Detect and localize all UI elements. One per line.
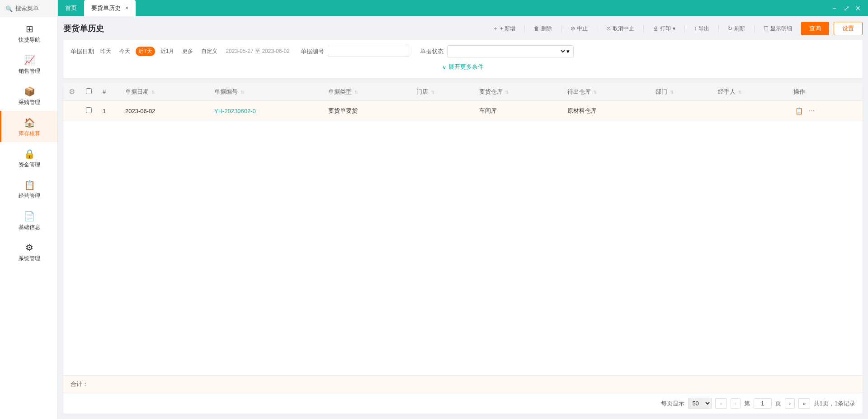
col-settings: ⚙ [63,83,80,101]
stop-button[interactable]: ⊘ 中止 [566,23,592,35]
prev-page-button[interactable]: ‹ [731,398,741,409]
sidebar-item-sales[interactable]: 📈 销售管理 [0,48,57,80]
sidebar-item-quick-nav[interactable]: ⊞ 快捷导航 [0,17,57,48]
divider-1 [524,25,525,32]
column-settings-icon[interactable]: ⚙ [69,88,75,95]
sidebar-item-ops[interactable]: 📋 经营管理 [0,173,57,205]
per-page-select[interactable]: 20 50 100 200 [688,398,712,409]
row-settings [63,101,80,121]
search-menu[interactable]: 🔍 搜索菜单 [0,0,57,17]
expand-icon: ∨ [442,64,447,71]
next-page-button[interactable]: › [785,398,795,409]
window-maximize-icon[interactable]: ⤢ [844,4,849,13]
expand-more-btn[interactable]: ∨ 展开更多条件 [71,61,855,73]
row-more-icon[interactable]: ⋯ [806,105,817,116]
row-pending-warehouse-value: 原材料仓库 [567,107,597,114]
col-store[interactable]: 门店 ⇅ [411,83,474,101]
shortcut-1month[interactable]: 近1月 [158,47,177,56]
sort-pending-warehouse-icon: ⇅ [593,90,597,95]
display-detail-label: 显示明细 [770,25,792,33]
sales-icon: 📈 [24,55,35,66]
tab-bill-history[interactable]: 要货单历史 × [84,0,136,16]
shortcut-today[interactable]: 今天 [117,47,133,56]
bill-no-label: 单据编号 [301,48,324,56]
sidebar-item-purchase[interactable]: 📦 采购管理 [0,80,57,111]
sidebar-item-basic[interactable]: 📄 基础信息 [0,205,57,236]
row-select-checkbox[interactable] [86,107,92,113]
divider-3 [597,25,597,32]
table-header-row: ⚙ # 单据日期 ⇅ [63,83,863,101]
col-dept[interactable]: 部门 ⇅ [650,83,713,101]
row-pending-warehouse: 原材料仓库 [562,101,650,121]
sidebar-item-label: 基础信息 [19,224,40,231]
col-bill-no[interactable]: 单据编号 ⇅ [209,83,323,101]
col-bill-date[interactable]: 单据日期 ⇅ [120,83,209,101]
row-edit-icon[interactable]: 📋 [793,105,804,116]
page-prefix: 第 [744,400,750,408]
search-menu-label: 搜索菜单 [15,5,39,13]
page-number-input[interactable] [754,398,772,409]
total-label: 合计： [71,381,88,387]
filter-bill-no: 单据编号 [301,46,409,57]
shortcut-more[interactable]: 更多 [179,47,196,56]
col-checkbox-header [80,83,97,101]
select-all-checkbox[interactable] [86,88,92,94]
shortcut-custom[interactable]: 自定义 [198,47,220,56]
tab-home[interactable]: 首页 [58,0,84,16]
row-bill-no: YH-20230602-0 [209,101,323,121]
shortcut-7days[interactable]: 近7天 [136,47,155,56]
sidebar-item-label: 库存核算 [19,130,40,138]
last-page-button[interactable]: » [798,398,810,409]
col-no-label: # [103,88,106,95]
col-req-warehouse[interactable]: 要货仓库 ⇅ [474,83,562,101]
bill-date-label: 单据日期 [71,48,94,56]
inventory-icon: 🏠 [24,117,35,128]
col-bill-type[interactable]: 单据类型 ⇅ [323,83,411,101]
filter-bill-status: 单据状态 ▾ [420,45,574,57]
refresh-button[interactable]: ↻ 刷新 [723,23,750,35]
print-button[interactable]: 🖨 打印 ▾ [648,23,680,35]
col-pending-warehouse[interactable]: 待出仓库 ⇅ [562,83,650,101]
bill-no-input[interactable] [328,46,409,57]
print-dropdown-icon: ▾ [673,25,675,32]
sidebar-item-finance[interactable]: 🔒 资金管理 [0,142,57,173]
sidebar: 🔍 搜索菜单 ⊞ 快捷导航 📈 销售管理 📦 采购管理 🏠 库存核算 🔒 资金管… [0,0,58,419]
first-page-button[interactable]: « [715,398,726,409]
settings-button[interactable]: 设置 [834,22,863,35]
tab-close-icon[interactable]: × [125,5,128,11]
delete-button[interactable]: 🗑 删除 [529,23,557,35]
divider-7 [754,25,755,32]
page-title: 要货单历史 [63,23,104,34]
export-button[interactable]: ↑ 导出 [689,23,714,35]
col-handler[interactable]: 经手人 ⇅ [712,83,788,101]
cancel-stop-button[interactable]: ⊙ 取消中止 [602,23,639,35]
shortcut-yesterday[interactable]: 昨天 [98,47,114,56]
sort-dept-icon: ⇅ [670,90,674,95]
bill-status-select[interactable] [451,48,566,55]
search-icon: 🔍 [5,5,13,12]
bill-status-select-wrap[interactable]: ▾ [447,45,574,57]
row-bill-no-link[interactable]: YH-20230602-0 [214,108,256,114]
date-shortcuts: 昨天 今天 近7天 近1月 更多 自定义 [98,47,220,56]
table-row: 1 2023-06-02 YH-20230602-0 要货单要货 [63,101,863,121]
data-table: ⚙ # 单据日期 ⇅ [63,83,863,121]
window-close-icon[interactable]: ✕ [855,4,861,13]
filter-panel: 单据日期 昨天 今天 近7天 近1月 更多 自定义 2023-05-27 至 2… [63,40,863,78]
print-label: 打印 [660,25,671,33]
content-area: 要货单历史 ＋ + 新增 🗑 删除 ⊘ 中止 ⊙ [58,16,868,419]
finance-icon: 🔒 [24,148,35,159]
col-handler-label: 经手人 [718,88,736,95]
table-container: ⚙ # 单据日期 ⇅ [63,83,863,414]
sidebar-item-label: 系统管理 [19,255,40,262]
row-req-warehouse: 车间库 [474,101,562,121]
tab-bar: 首页 要货单历史 × － ⤢ ✕ [58,0,868,16]
sidebar-item-inventory[interactable]: 🏠 库存核算 [0,111,57,142]
stop-icon: ⊘ [571,25,575,32]
col-ops-header: 操作 [788,83,863,101]
row-req-warehouse-value: 车间库 [479,107,497,114]
query-button[interactable]: 查询 [801,22,829,35]
new-button[interactable]: ＋ + 新增 [488,23,520,35]
window-minimize-icon[interactable]: － [831,4,838,13]
sidebar-item-system[interactable]: ⚙ 系统管理 [0,236,57,267]
display-detail-button[interactable]: ☐ 显示明细 [759,23,797,35]
